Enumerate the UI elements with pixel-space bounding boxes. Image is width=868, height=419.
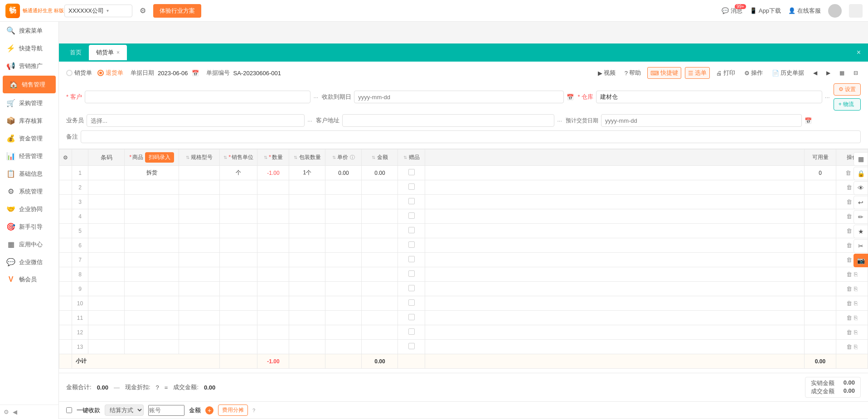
- float-star-btn[interactable]: ★: [853, 225, 868, 238]
- close-main-icon[interactable]: ×: [853, 47, 864, 58]
- delivery-calendar-icon[interactable]: 📅: [805, 117, 812, 124]
- help-btn[interactable]: ? 帮助: [622, 67, 644, 78]
- sidebar-item-appstore[interactable]: ▦ 应用中心: [0, 236, 58, 253]
- experience-button[interactable]: 体验行业方案: [153, 4, 201, 18]
- tab-home[interactable]: 首页: [63, 45, 89, 60]
- add-payment-button[interactable]: +: [205, 406, 213, 414]
- warehouse-more-icon[interactable]: ···: [825, 94, 830, 101]
- subtotal-available: 0.00: [805, 354, 836, 369]
- sidebar-item-search[interactable]: 🔍 搜索菜单: [0, 22, 58, 39]
- sidebar-item-operation[interactable]: 📊 经营管理: [0, 147, 58, 165]
- sidebar-item-weixin[interactable]: 💬 企业微信: [0, 253, 58, 271]
- row-2-pkg[interactable]: [289, 180, 325, 195]
- row-1-price[interactable]: 0.00: [325, 166, 362, 180]
- sidebar-item-quick-nav[interactable]: ⚡ 快捷导航: [0, 39, 58, 57]
- marketing-icon: 📢: [6, 62, 15, 70]
- settings-icon[interactable]: ⚙: [136, 4, 150, 18]
- tab-close-icon[interactable]: ×: [116, 49, 120, 56]
- salesperson-input[interactable]: [87, 114, 305, 127]
- history-btn[interactable]: 📄 历史单据: [769, 67, 807, 78]
- grid-icon[interactable]: ▦: [837, 68, 847, 77]
- settlement-method-select[interactable]: 结算方式: [105, 405, 144, 416]
- row-2-spec[interactable]: [179, 180, 220, 195]
- sidebar-item-sales[interactable]: 🏠 销售管理: [3, 76, 56, 93]
- row-1-delete-icon[interactable]: 🗑: [845, 169, 851, 176]
- sidebar-item-base[interactable]: 📋 基础信息: [0, 165, 58, 183]
- row-1-amount[interactable]: 0.00: [362, 166, 398, 180]
- split-cost-button[interactable]: 费用分摊: [218, 405, 248, 416]
- row-2-qty[interactable]: [257, 180, 289, 195]
- notes-input[interactable]: [81, 130, 861, 143]
- row-2-unit[interactable]: [220, 180, 257, 195]
- float-scissor-btn[interactable]: ✂: [853, 239, 868, 253]
- sidebar-item-guide[interactable]: 🎯 新手引导: [0, 218, 58, 236]
- next-icon[interactable]: ▶: [824, 68, 833, 77]
- row-1-pkg[interactable]: 1个: [289, 166, 325, 180]
- sidebar-settings-icon[interactable]: ⚙: [4, 409, 9, 415]
- row-2-barcode[interactable]: [88, 180, 125, 195]
- customer-input[interactable]: [85, 91, 311, 103]
- settings-side-btn[interactable]: ⚙ 设置: [834, 83, 861, 96]
- address-more-icon[interactable]: ···: [557, 117, 562, 124]
- customer-address-input[interactable]: [342, 114, 554, 127]
- customer-more-icon[interactable]: ···: [313, 94, 318, 101]
- calendar-icon[interactable]: 📅: [192, 70, 199, 77]
- logistics-btn[interactable]: + 物流: [834, 98, 861, 111]
- cash-discount-info-icon[interactable]: ?: [156, 384, 159, 391]
- row-1-qty[interactable]: -1.00: [257, 166, 289, 180]
- account-input[interactable]: [148, 405, 184, 416]
- float-camera-btn[interactable]: 📷: [853, 254, 868, 267]
- scan-button[interactable]: 扫码录入: [145, 152, 174, 163]
- radio-circle-return: [97, 70, 104, 76]
- row-2-product[interactable]: [125, 180, 179, 195]
- sidebar-item-finance[interactable]: 💰 资金管理: [0, 130, 58, 147]
- sidebar-item-enterprise[interactable]: 🤝 企业协同: [0, 200, 58, 218]
- layout-icon[interactable]: ⊟: [851, 68, 861, 77]
- shortcut-btn[interactable]: ⌨ 快捷键: [647, 67, 681, 79]
- row-1-product[interactable]: 拆货: [125, 166, 179, 180]
- float-table-btn[interactable]: ▦: [853, 152, 868, 166]
- expected-delivery-input[interactable]: [601, 114, 802, 127]
- tab-sale-order[interactable]: 销货单 ×: [89, 45, 127, 60]
- warehouse-input[interactable]: [596, 91, 822, 103]
- sidebar-item-inventory[interactable]: 📦 库存核算: [0, 112, 58, 130]
- row-2-price[interactable]: [325, 180, 362, 195]
- radio-sale-order[interactable]: 销货单: [66, 69, 92, 77]
- sidebar-item-marketing[interactable]: 📢 营销推广: [0, 57, 58, 75]
- user-menu-icon[interactable]: [849, 4, 863, 18]
- float-lock-btn[interactable]: 🔒: [853, 167, 868, 180]
- salesperson-more-icon[interactable]: ···: [307, 117, 312, 124]
- company-selector[interactable]: XXXXXX公司 ▾: [64, 5, 132, 17]
- row-1-unit[interactable]: 个: [220, 166, 257, 180]
- sidebar-collapse-icon[interactable]: ◀: [13, 409, 17, 415]
- float-undo-btn[interactable]: ↩: [853, 196, 868, 209]
- app-download-button[interactable]: 📱 App下载: [750, 7, 781, 15]
- due-date-input[interactable]: [354, 91, 564, 103]
- prev-icon[interactable]: ◀: [810, 68, 820, 77]
- row-2-gift[interactable]: [398, 180, 425, 195]
- sidebar-item-member[interactable]: V 畅会员: [0, 271, 58, 288]
- sidebar-item-system[interactable]: ⚙ 系统管理: [0, 183, 58, 200]
- row-1-spec[interactable]: [179, 166, 220, 180]
- radio-return-order[interactable]: 退货单: [97, 69, 123, 77]
- message-button[interactable]: 💬 消息 99+: [722, 7, 742, 15]
- print-btn[interactable]: 🖨 打印: [713, 67, 738, 78]
- row-1-gift[interactable]: [398, 166, 425, 180]
- row-2-amount[interactable]: [362, 180, 398, 195]
- select-btn[interactable]: ☰ 选单: [685, 67, 710, 79]
- row-3-delete-icon[interactable]: 🗑: [846, 198, 852, 205]
- row-1-barcode[interactable]: [88, 166, 125, 180]
- gift-checkbox-1[interactable]: [408, 169, 415, 175]
- split-help-icon[interactable]: ?: [252, 408, 255, 413]
- float-edit-btn[interactable]: ✏: [853, 210, 868, 224]
- one-click-pay-checkbox[interactable]: [66, 407, 72, 413]
- sidebar-item-purchase[interactable]: 🛒 采购管理: [0, 94, 58, 112]
- float-eye-btn[interactable]: 👁: [853, 181, 868, 195]
- video-btn[interactable]: ▶ 视频: [595, 67, 618, 78]
- online-service-button[interactable]: 👤 在线客服: [788, 7, 821, 15]
- operate-btn[interactable]: ⚙ 操作: [742, 67, 766, 78]
- due-date-calendar-icon[interactable]: 📅: [567, 94, 574, 101]
- th-settings[interactable]: ⚙: [59, 149, 72, 166]
- avatar[interactable]: [828, 4, 842, 18]
- row-2-delete-icon[interactable]: 🗑: [846, 184, 852, 191]
